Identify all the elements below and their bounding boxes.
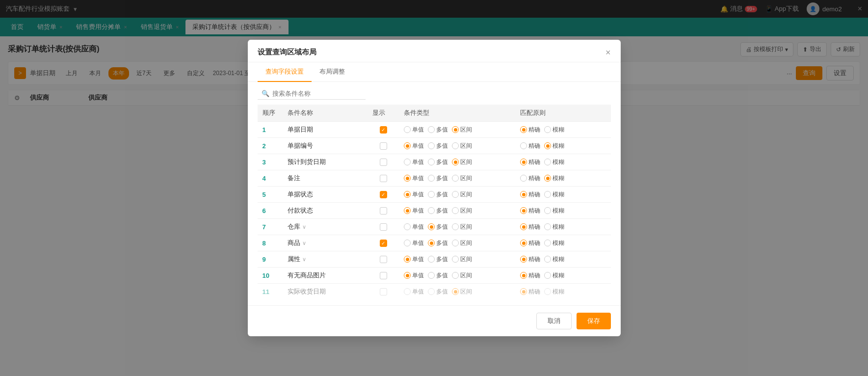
type-radio-item[interactable]: 多值 <box>428 207 448 215</box>
type-radio-item[interactable]: 单值 <box>404 158 424 166</box>
radio-label: 区间 <box>460 174 472 183</box>
search-input[interactable] <box>272 90 361 97</box>
radio-circle <box>404 272 411 279</box>
type-radio-item[interactable]: 单值 <box>404 126 424 134</box>
dialog-close-button[interactable]: × <box>605 48 611 57</box>
dialog-tab-layout-label: 布局调整 <box>319 68 345 75</box>
type-radio-item[interactable]: 单值 <box>404 142 424 150</box>
table-row: 10有无商品图片单值多值区间精确模糊 <box>258 268 611 284</box>
show-checkbox[interactable] <box>380 191 387 198</box>
radio-circle <box>544 256 551 263</box>
type-radio-item[interactable]: 单值 <box>404 207 424 215</box>
match-radio-item[interactable]: 模糊 <box>544 288 564 296</box>
radio-circle <box>544 288 551 295</box>
match-radio-item[interactable]: 精确 <box>520 142 540 150</box>
cell-name: 仓库 ∨ <box>283 219 367 235</box>
type-radio-item[interactable]: 区间 <box>452 190 472 199</box>
match-radio-item[interactable]: 模糊 <box>544 207 564 215</box>
radio-circle <box>428 223 435 230</box>
type-radio-item[interactable]: 单值 <box>404 223 424 231</box>
show-checkbox[interactable] <box>380 288 387 295</box>
show-checkbox[interactable] <box>380 126 387 134</box>
radio-circle <box>520 191 527 198</box>
type-radio-item[interactable]: 多值 <box>428 255 448 264</box>
match-radio-item[interactable]: 精确 <box>520 190 540 199</box>
match-radio-item[interactable]: 精确 <box>520 126 540 134</box>
type-radio-item[interactable]: 多值 <box>428 158 448 166</box>
type-radio-item[interactable]: 多值 <box>428 174 448 183</box>
match-radio-item[interactable]: 精确 <box>520 271 540 280</box>
type-radio-item[interactable]: 区间 <box>452 158 472 166</box>
type-radio-item[interactable]: 区间 <box>452 207 472 215</box>
show-checkbox[interactable] <box>380 223 387 231</box>
type-radio-item[interactable]: 多值 <box>428 223 448 231</box>
dropdown-icon[interactable]: ∨ <box>302 256 306 262</box>
type-radio-item[interactable]: 多值 <box>428 190 448 199</box>
show-checkbox[interactable] <box>380 159 387 166</box>
type-radio-item[interactable]: 单值 <box>404 190 424 199</box>
type-radio-item[interactable]: 区间 <box>452 174 472 183</box>
radio-label: 多值 <box>436 190 448 199</box>
type-radio-item[interactable]: 区间 <box>452 288 472 296</box>
dialog-tab-layout[interactable]: 布局调整 <box>312 62 353 82</box>
match-radio-item[interactable]: 精确 <box>520 174 540 183</box>
type-radio-item[interactable]: 单值 <box>404 271 424 280</box>
match-radio-item[interactable]: 模糊 <box>544 126 564 134</box>
type-radio-item[interactable]: 多值 <box>428 239 448 247</box>
match-radio-item[interactable]: 模糊 <box>544 255 564 264</box>
radio-label: 模糊 <box>552 207 564 215</box>
cancel-button[interactable]: 取消 <box>536 313 572 329</box>
type-radio-item[interactable]: 区间 <box>452 255 472 264</box>
radio-label: 模糊 <box>552 239 564 247</box>
type-radio-item[interactable]: 区间 <box>452 271 472 280</box>
type-radio-item[interactable]: 区间 <box>452 223 472 231</box>
radio-label: 精确 <box>528 158 540 166</box>
show-checkbox[interactable] <box>380 272 387 279</box>
cell-match: 精确模糊 <box>515 154 610 170</box>
type-radio-item[interactable]: 单值 <box>404 174 424 183</box>
type-radio-item[interactable]: 区间 <box>452 142 472 150</box>
type-radio-item[interactable]: 区间 <box>452 239 472 247</box>
match-radio-item[interactable]: 模糊 <box>544 190 564 199</box>
type-radio-item[interactable]: 多值 <box>428 126 448 134</box>
radio-circle <box>544 159 551 165</box>
match-radio-item[interactable]: 模糊 <box>544 271 564 280</box>
match-radio-item[interactable]: 模糊 <box>544 239 564 247</box>
dropdown-icon[interactable]: ∨ <box>302 224 306 230</box>
match-radio-item[interactable]: 模糊 <box>544 142 564 150</box>
type-radio-item[interactable]: 单值 <box>404 255 424 264</box>
cell-type: 单值多值区间 <box>399 122 515 138</box>
show-checkbox[interactable] <box>380 175 387 182</box>
show-checkbox[interactable] <box>380 142 387 150</box>
radio-circle <box>520 288 527 295</box>
show-checkbox[interactable] <box>380 240 387 247</box>
match-radio-item[interactable]: 模糊 <box>544 158 564 166</box>
match-radio-item[interactable]: 精确 <box>520 207 540 215</box>
dialog-tab-query-fields[interactable]: 查询字段设置 <box>258 62 312 82</box>
match-radio-item[interactable]: 精确 <box>520 255 540 264</box>
match-radio-item[interactable]: 精确 <box>520 223 540 231</box>
type-radio-item[interactable]: 多值 <box>428 142 448 150</box>
show-checkbox[interactable] <box>380 207 387 215</box>
type-radio-item[interactable]: 单值 <box>404 239 424 247</box>
cell-type: 单值多值区间 <box>399 284 515 300</box>
cell-show <box>368 203 399 219</box>
save-button[interactable]: 保存 <box>577 313 611 329</box>
match-radio-item[interactable]: 精确 <box>520 239 540 247</box>
show-checkbox[interactable] <box>380 256 387 263</box>
match-radio-item[interactable]: 模糊 <box>544 174 564 183</box>
radio-label: 单值 <box>412 271 424 280</box>
type-radio-item[interactable]: 区间 <box>452 126 472 134</box>
match-radio-item[interactable]: 模糊 <box>544 223 564 231</box>
cell-type: 单值多值区间 <box>399 203 515 219</box>
cell-show <box>368 284 399 300</box>
dropdown-icon[interactable]: ∨ <box>302 240 306 246</box>
match-radio-item[interactable]: 精确 <box>520 158 540 166</box>
type-radio-item[interactable]: 单值 <box>404 288 424 296</box>
radio-circle <box>544 191 551 198</box>
table-row: 3预计到货日期单值多值区间精确模糊 <box>258 154 611 170</box>
type-radio-item[interactable]: 多值 <box>428 271 448 280</box>
radio-circle <box>520 223 527 230</box>
type-radio-item[interactable]: 多值 <box>428 288 448 296</box>
match-radio-item[interactable]: 精确 <box>520 288 540 296</box>
